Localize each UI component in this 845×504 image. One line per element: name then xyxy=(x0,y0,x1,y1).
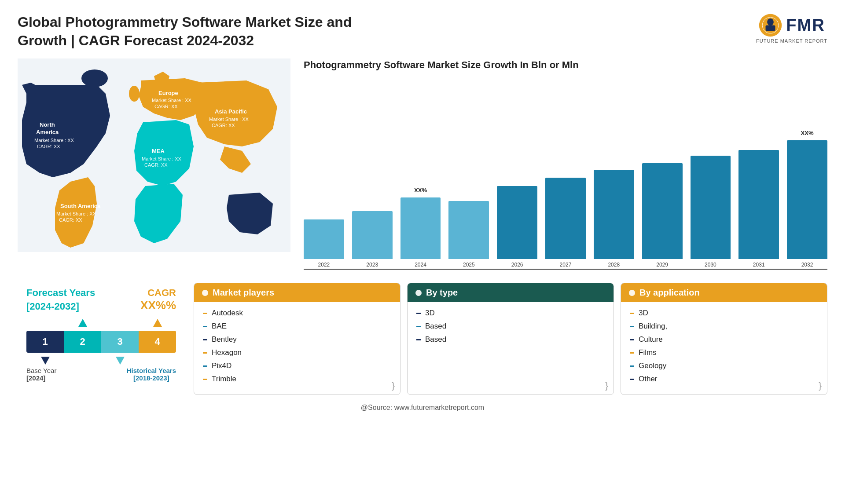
svg-text:CAGR: XX: CAGR: XX xyxy=(154,104,178,109)
bar-label-top: XX% xyxy=(414,187,427,196)
list-item: Other xyxy=(630,375,818,383)
svg-text:CAGR: XX: CAGR: XX xyxy=(59,217,82,223)
by-type-panel: By type 3D Based Based } xyxy=(407,283,614,395)
svg-text:Asia Pacific: Asia Pacific xyxy=(215,108,247,115)
fmr-logo-icon xyxy=(758,13,783,37)
bar-group: 2027 xyxy=(545,167,586,268)
bar-label-bottom: 2025 xyxy=(463,262,475,268)
bullet-icon xyxy=(630,379,634,380)
bar-label-bottom: 2023 xyxy=(366,262,378,268)
historical-range: [2018-2023] xyxy=(127,374,176,382)
base-year-label: Base Year xyxy=(26,367,56,374)
years-bottom-row: Base Year [2024] Historical Years [2018-… xyxy=(26,367,176,382)
map-area: MEA Market Share : XX CAGR: XX North Ame… xyxy=(18,58,290,270)
bullet-icon xyxy=(203,326,207,327)
bar-label-bottom: 2024 xyxy=(415,262,426,268)
historical-section: Historical Years [2018-2023] xyxy=(127,367,176,382)
bar-group: 2022 xyxy=(304,209,344,268)
list-item: Based xyxy=(416,322,605,331)
by-type-header: By type xyxy=(408,283,614,302)
list-item: Autodesk xyxy=(203,309,391,318)
bullet-icon xyxy=(630,365,634,367)
svg-text:CAGR: XX: CAGR: XX xyxy=(37,144,60,149)
segments-row: 1 2 3 4 xyxy=(26,331,176,353)
svg-text:Market Share : XX: Market Share : XX xyxy=(56,211,96,216)
market-players-body: Autodesk BAE Bentley Hexagon xyxy=(194,302,400,394)
bar xyxy=(545,178,586,259)
bullet-icon xyxy=(416,313,421,314)
bar-label-bottom: 2022 xyxy=(318,262,330,268)
bar-label-bottom: 2026 xyxy=(511,262,523,268)
list-item: Bentley xyxy=(203,335,391,344)
svg-text:America: America xyxy=(36,129,59,135)
svg-text:MEA: MEA xyxy=(152,148,165,154)
cagr-col: CAGR XX%% xyxy=(140,287,176,312)
bullet-icon xyxy=(203,365,207,367)
bar-label-bottom: 2030 xyxy=(705,262,716,268)
years-panel: Forecast Years [2024-2032] CAGR XX%% xyxy=(18,283,185,395)
svg-text:Market Share : XX: Market Share : XX xyxy=(152,98,192,103)
list-item: Geology xyxy=(630,362,818,370)
by-application-body: 3D Building, Culture Films xyxy=(621,302,827,394)
cagr-triangle-up xyxy=(153,319,162,327)
forecast-label: Forecast Years xyxy=(26,287,95,299)
svg-text:North: North xyxy=(40,121,55,128)
bottom-section: Forecast Years [2024-2032] CAGR XX%% xyxy=(18,283,827,395)
by-application-header: By application xyxy=(621,283,827,302)
segment-4: 4 xyxy=(139,331,176,353)
forecast-range: [2024-2032] xyxy=(26,301,95,312)
by-type-dot xyxy=(415,290,422,296)
list-item: Based xyxy=(416,335,605,344)
bullet-icon xyxy=(203,313,207,314)
panel-bracket: } xyxy=(392,381,395,391)
bullet-icon xyxy=(203,352,207,354)
bar-group: 2031 xyxy=(738,139,779,268)
list-item: Films xyxy=(630,348,818,357)
market-players-dot xyxy=(202,290,208,296)
bullet-icon xyxy=(630,313,634,314)
svg-rect-3 xyxy=(766,26,775,31)
forecast-triangle-up xyxy=(78,319,87,327)
hist-years-triangle xyxy=(116,357,125,365)
market-players-header: Market players xyxy=(194,283,400,302)
bar xyxy=(352,211,393,259)
svg-text:Market Share : XX: Market Share : XX xyxy=(34,138,74,143)
bar-label-bottom: 2028 xyxy=(608,262,620,268)
svg-point-8 xyxy=(129,86,140,102)
list-item: Hexagon xyxy=(203,348,391,357)
list-item: BAE xyxy=(203,322,391,331)
bar-chart-container: 20222023XX%20242025202620272028202920302… xyxy=(304,81,827,268)
bar-group: XX%2024 xyxy=(400,187,441,268)
bar xyxy=(691,156,731,259)
base-year-section: Base Year [2024] xyxy=(26,367,56,382)
segment-2: 2 xyxy=(64,331,101,353)
page-title: Global Photogrammetry Software Market Si… xyxy=(18,13,378,50)
base-year-triangle xyxy=(41,357,50,365)
list-item: 3D xyxy=(416,309,605,318)
svg-text:Market Share : XX: Market Share : XX xyxy=(209,117,249,122)
bar xyxy=(304,219,344,259)
bar xyxy=(497,186,537,259)
bar xyxy=(642,163,683,259)
bullet-icon xyxy=(630,326,634,327)
world-map: MEA Market Share : XX CAGR: XX North Ame… xyxy=(18,58,290,252)
bar-group: 2028 xyxy=(594,159,634,268)
panel-bracket: } xyxy=(605,381,608,391)
by-type-body: 3D Based Based xyxy=(408,302,614,355)
svg-text:CAGR: XX: CAGR: XX xyxy=(144,162,168,168)
svg-point-7 xyxy=(81,69,108,87)
bullet-icon xyxy=(416,339,421,340)
bar-group: 2026 xyxy=(497,175,537,268)
by-application-panel: By application 3D Building, Culture xyxy=(621,283,827,395)
bar-group: 2030 xyxy=(691,145,731,268)
by-application-dot xyxy=(629,290,635,296)
bullet-icon xyxy=(630,339,634,340)
list-item: 3D xyxy=(630,309,818,318)
cagr-value: XX%% xyxy=(140,299,176,312)
bar xyxy=(738,150,779,259)
source-line: @Source: www.futuremarketreport.com xyxy=(18,404,827,412)
list-item: Trimble xyxy=(203,375,391,383)
top-section: MEA Market Share : XX CAGR: XX North Ame… xyxy=(18,58,827,270)
market-players-title: Market players xyxy=(213,288,274,298)
by-type-title: By type xyxy=(426,288,458,298)
